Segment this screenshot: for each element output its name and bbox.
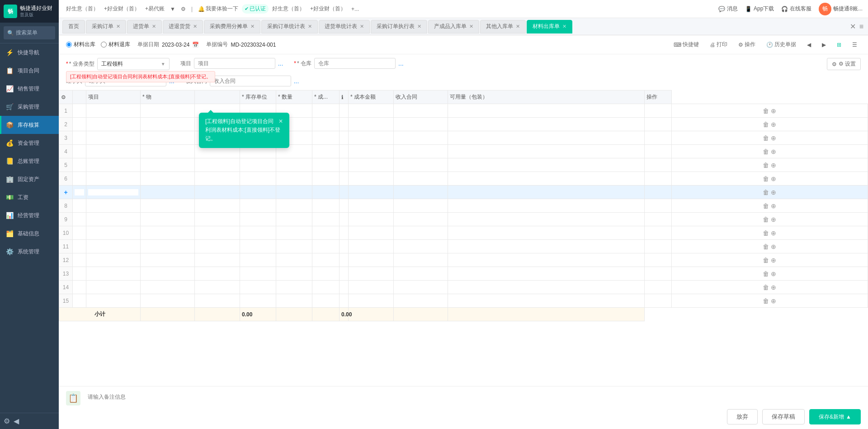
- copy-row-button[interactable]: ⊕: [770, 161, 777, 170]
- cell-empty[interactable]: [141, 131, 195, 145]
- cell-empty[interactable]: [448, 131, 645, 145]
- tab-home[interactable]: 首页: [62, 20, 85, 33]
- cell-empty[interactable]: [340, 253, 349, 267]
- tab-close-receipt-stats[interactable]: ✕: [360, 24, 364, 29]
- discard-button[interactable]: 放弃: [727, 409, 758, 424]
- cell-empty[interactable]: [448, 240, 645, 253]
- sidebar-item-ops[interactable]: 📊 经营管理: [0, 206, 59, 224]
- cell-empty[interactable]: [349, 104, 394, 118]
- delete-row-button[interactable]: 🗑: [762, 201, 770, 210]
- cell-empty[interactable]: [240, 158, 276, 172]
- cell-empty[interactable]: [644, 281, 671, 294]
- cell-empty[interactable]: [394, 199, 448, 213]
- cell-empty[interactable]: [349, 213, 394, 226]
- topbar-nav-dropdown[interactable]: ▼: [168, 6, 177, 12]
- cell-empty[interactable]: [340, 131, 349, 145]
- tabs-close-all-button[interactable]: ✕: [849, 21, 857, 32]
- cell-empty[interactable]: [312, 186, 340, 199]
- message-button[interactable]: 💬 消息: [718, 5, 738, 13]
- settings-button[interactable]: ⚙ ⚙ 设置: [827, 58, 861, 70]
- cell-project[interactable]: [73, 158, 86, 172]
- tab-purchase-order[interactable]: 采购订单 ✕: [86, 20, 126, 33]
- cell-material[interactable]: [86, 118, 141, 131]
- cell-empty[interactable]: [340, 294, 349, 308]
- copy-row-button[interactable]: ⊕: [770, 174, 777, 183]
- cell-empty[interactable]: [312, 199, 340, 213]
- copy-row-button[interactable]: ⊕: [770, 147, 777, 156]
- cell-empty[interactable]: [141, 294, 195, 308]
- cell-empty[interactable]: [141, 253, 195, 267]
- cell-empty[interactable]: [349, 226, 394, 240]
- tooltip-close-button[interactable]: ✕: [278, 117, 283, 126]
- delete-row-button[interactable]: 🗑: [762, 242, 770, 251]
- copy-row-button[interactable]: ⊕: [770, 283, 777, 292]
- topbar-trial-link[interactable]: 🔔 我要体验一下: [196, 5, 240, 13]
- table-row[interactable]: 14🗑⊕: [59, 281, 868, 294]
- grid-view-button[interactable]: ⊞: [833, 40, 845, 50]
- topbar-nav-haoshengyi[interactable]: 好生意（首）: [64, 5, 100, 13]
- cell-empty[interactable]: [394, 158, 448, 172]
- cell-empty[interactable]: [340, 145, 349, 158]
- tab-close-material-out[interactable]: ✕: [562, 24, 566, 29]
- next-record-button[interactable]: ▶: [818, 40, 830, 50]
- sidebar-item-project-contract[interactable]: 📋 项目合同: [0, 62, 59, 80]
- delete-row-button[interactable]: 🗑: [762, 215, 770, 224]
- cell-empty[interactable]: [394, 294, 448, 308]
- search-menu-button[interactable]: 🔍 搜索菜单: [4, 26, 55, 39]
- cell-empty[interactable]: [141, 226, 195, 240]
- warehouse-search-button[interactable]: ...: [398, 60, 404, 67]
- table-row[interactable]: 11🗑⊕: [59, 240, 868, 253]
- cell-empty[interactable]: [312, 240, 340, 253]
- cell-project[interactable]: [73, 281, 86, 294]
- cell-empty[interactable]: [141, 104, 195, 118]
- cell-empty[interactable]: [240, 172, 276, 186]
- cell-empty[interactable]: [394, 213, 448, 226]
- cell-project[interactable]: [73, 213, 86, 226]
- cell-empty[interactable]: [141, 158, 195, 172]
- cell-project[interactable]: [73, 131, 86, 145]
- shortcut-button[interactable]: ⌨ 快捷键: [670, 39, 703, 50]
- cell-empty[interactable]: [448, 172, 645, 186]
- cell-empty[interactable]: [448, 199, 645, 213]
- cell-material[interactable]: [86, 267, 141, 281]
- delete-row-button[interactable]: 🗑: [762, 120, 770, 129]
- topbar-nav-yidaizhang[interactable]: +易代账: [143, 5, 166, 13]
- topbar-cert-nav3[interactable]: +...: [349, 6, 361, 12]
- copy-row-button[interactable]: ⊕: [770, 296, 777, 305]
- tab-return[interactable]: 进退货货 ✕: [163, 20, 203, 33]
- user-menu[interactable]: 畅 畅捷通8账...: [819, 3, 863, 15]
- operations-button[interactable]: ⚙ 操作: [735, 39, 759, 50]
- cell-empty[interactable]: [644, 253, 671, 267]
- table-row[interactable]: 2🗑⊕: [59, 118, 868, 131]
- cell-empty[interactable]: [349, 158, 394, 172]
- table-row[interactable]: 12🗑⊕: [59, 253, 868, 267]
- cell-empty[interactable]: [340, 199, 349, 213]
- sidebar-item-finance[interactable]: 💰 资金管理: [0, 134, 59, 152]
- delete-row-button[interactable]: 🗑: [762, 188, 770, 197]
- cell-empty[interactable]: [276, 226, 312, 240]
- table-row[interactable]: 13🗑⊕: [59, 267, 868, 281]
- cell-empty[interactable]: [394, 131, 448, 145]
- cell-empty[interactable]: [644, 104, 671, 118]
- cell-material[interactable]: [86, 226, 141, 240]
- save-draft-button[interactable]: 保存草稿: [762, 409, 805, 424]
- cell-empty[interactable]: [276, 213, 312, 226]
- table-row[interactable]: 15🗑⊕: [59, 294, 868, 308]
- copy-row-button[interactable]: ⊕: [770, 201, 777, 210]
- cell-empty[interactable]: [349, 199, 394, 213]
- delete-row-button[interactable]: 🗑: [762, 147, 770, 156]
- sidebar-item-system[interactable]: ⚙️ 系统管理: [0, 243, 59, 261]
- cell-empty[interactable]: [340, 226, 349, 240]
- cell-project[interactable]: [73, 294, 86, 308]
- cell-empty[interactable]: [141, 145, 195, 158]
- tabs-menu-button[interactable]: ≡: [859, 22, 864, 32]
- cell-empty[interactable]: [349, 281, 394, 294]
- cell-empty[interactable]: [394, 267, 448, 281]
- cell-empty[interactable]: [644, 226, 671, 240]
- project-cell-input[interactable]: [75, 189, 84, 195]
- delete-row-button[interactable]: 🗑: [762, 296, 770, 305]
- sidebar-settings-button[interactable]: ⚙: [4, 417, 10, 425]
- cell-empty[interactable]: [195, 158, 240, 172]
- cell-empty[interactable]: [240, 294, 276, 308]
- cell-empty[interactable]: [644, 240, 671, 253]
